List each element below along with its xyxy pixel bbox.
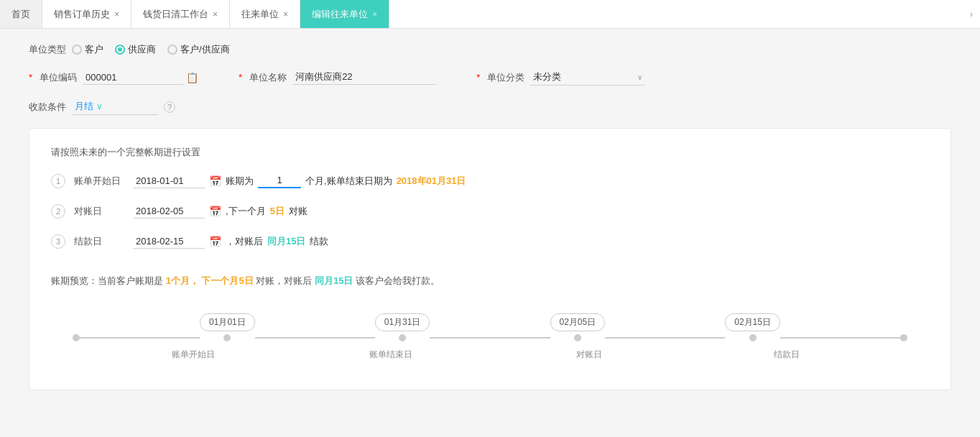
step-1-date-input[interactable] (133, 174, 205, 188)
preview-label: 账期预览：当前客户账期是 (51, 275, 163, 286)
close-icon[interactable]: × (114, 9, 119, 19)
step-2-date-input[interactable] (133, 204, 205, 218)
step-3-num: 3 (51, 234, 65, 249)
months-input[interactable] (258, 173, 301, 188)
radio-customer-supplier[interactable]: 客户/供应商 (167, 43, 230, 56)
preview-section: 账期预览：当前客户账期是 1个月， 下一个月5日 对账，对账后 同月15日 该客… (51, 263, 929, 299)
step-2-suffix2: 对账 (289, 205, 308, 218)
unit-type-label: 单位类型 (29, 43, 66, 56)
payment-terms-label: 收款条件 (29, 101, 66, 114)
step-3-suffix: ，对账后 (226, 235, 263, 248)
payment-terms-dropdown[interactable]: 月结 ∨ (72, 98, 158, 115)
tl-seg-4 (605, 337, 725, 339)
tl-seg-1 (80, 337, 200, 339)
timeline-labels: 账单开始日 账单结束日 对账日 结款日 (73, 346, 907, 361)
tl-bubble-2: 01月31日 (375, 313, 430, 331)
step-3-value: 📅 ，对账后 同月15日 结款 (133, 234, 328, 249)
step-1-end-date: 2018年01月31日 (397, 175, 466, 188)
step-3-day-highlight: 同月15日 (267, 235, 305, 248)
chevron-right-icon: › (970, 9, 973, 19)
unit-code-label: 单位编码 (40, 71, 77, 84)
required-star-classify: * (476, 72, 480, 83)
close-icon[interactable]: × (283, 9, 288, 19)
step-2-suffix: ,下一个月 (226, 205, 266, 218)
step-1-suffix-before: 账期为 (226, 175, 254, 188)
preview-part4: 同月15日 (315, 275, 353, 286)
tl-seg-2 (255, 337, 375, 339)
timeline-track: 01月01日 01月31日 02月05日 (73, 313, 907, 341)
preview-part1: 1个月， (166, 275, 199, 286)
step-3-row: 3 结款日 📅 ，对账后 同月15日 结款 (51, 234, 929, 249)
preview-part2: 下一个月5日 (201, 275, 253, 286)
tl-bubble-3: 02月05日 (550, 313, 606, 331)
settings-card: 请按照未来的一个完整帐期进行设置 1 账单开始日 📅 账期为 个月,账单结束日期… (29, 128, 951, 390)
copy-icon[interactable]: 📋 (186, 72, 198, 83)
step-3-calendar-icon[interactable]: 📅 (209, 236, 221, 247)
help-icon[interactable]: ? (164, 101, 175, 113)
preview-part3: 对账，对账后 (256, 275, 312, 286)
tl-node-4: 02月15日 (725, 313, 780, 341)
preview-part5: 该客户会给我打款。 (356, 275, 440, 286)
tl-bubble-4: 02月15日 (725, 313, 780, 331)
tab-counterparty[interactable]: 往来单位 × (230, 0, 300, 28)
tab-cash-work[interactable]: 钱货日清工作台 × (131, 0, 230, 28)
radio-supplier[interactable]: 供应商 (115, 43, 156, 56)
tab-more-button[interactable]: › (963, 0, 980, 28)
tl-node-3: 02月05日 (550, 313, 606, 341)
tab-edit-counterparty[interactable]: 编辑往来单位 × (300, 0, 389, 28)
step-1-row: 1 账单开始日 📅 账期为 个月,账单结束日期为 2018年01月31日 (51, 173, 929, 188)
step-2-value: 📅 ,下一个月 5日 对账 (133, 204, 308, 218)
tl-seg-3 (430, 337, 550, 339)
step-2-calendar-icon[interactable]: 📅 (209, 206, 221, 217)
chevron-down-icon: ∨ (637, 73, 642, 81)
tl-node-2: 01月31日 (375, 313, 430, 341)
step-3-suffix2: 结款 (310, 235, 328, 248)
unit-classify-dropdown[interactable]: 未分类 ∨ (530, 69, 645, 86)
tl-start-dot (73, 334, 80, 341)
tab-bar: 首页 销售订单历史 × 钱货日清工作台 × 往来单位 × 编辑往来单位 × › (0, 0, 980, 29)
payment-terms-row: 收款条件 月结 ∨ ? (29, 98, 951, 115)
unit-classify-label: 单位分类 (487, 71, 524, 84)
unit-type-radio-group: 客户 供应商 客户/供应商 (72, 43, 230, 56)
unit-name-field (292, 70, 436, 85)
radio-circle-customer (72, 45, 82, 55)
radio-circle-customer-supplier (167, 45, 177, 55)
radio-customer-supplier-label: 客户/供应商 (180, 43, 230, 56)
step-1-label: 账单开始日 (74, 175, 124, 188)
unit-type-row: 单位类型 客户 供应商 客户/供应商 (29, 43, 951, 56)
unit-code-input[interactable] (83, 70, 183, 85)
step-2-row: 2 对账日 📅 ,下一个月 5日 对账 (51, 204, 929, 218)
step-1-calendar-icon[interactable]: 📅 (209, 175, 221, 187)
radio-customer-label: 客户 (85, 43, 103, 56)
unit-name-label: 单位名称 (249, 71, 287, 84)
main-content: 单位类型 客户 供应商 客户/供应商 * 单位编码 📋 * 单位名称 (0, 29, 980, 437)
tl-node-1: 01月01日 (200, 313, 255, 341)
tl-end-dot (900, 334, 907, 341)
card-instruction: 请按照未来的一个完整帐期进行设置 (51, 146, 929, 159)
step-2-label: 对账日 (74, 205, 124, 218)
unit-classify-value: 未分类 (533, 70, 561, 83)
radio-circle-supplier (115, 45, 125, 55)
tl-label-3: 对账日 (490, 349, 688, 361)
timeline-section: 01月01日 01月31日 02月05日 (51, 299, 929, 372)
tab-home[interactable]: 首页 (0, 0, 42, 28)
tab-sales-order-history[interactable]: 销售订单历史 × (42, 0, 131, 28)
step-1-value: 📅 账期为 个月,账单结束日期为 2018年01月31日 (133, 173, 466, 188)
step-3-date-input[interactable] (133, 234, 205, 249)
tl-label-1: 账单开始日 (94, 349, 292, 361)
radio-customer[interactable]: 客户 (72, 43, 103, 56)
radio-supplier-label: 供应商 (128, 43, 156, 56)
tl-seg-5 (780, 337, 900, 339)
step-3-label: 结款日 (74, 235, 124, 248)
unit-code-field: 📋 (83, 70, 198, 85)
unit-info-row: * 单位编码 📋 * 单位名称 * 单位分类 未分类 ∨ (29, 69, 951, 86)
close-icon[interactable]: × (372, 9, 377, 19)
dropdown-arrow-icon: ∨ (96, 101, 103, 111)
unit-name-input[interactable] (292, 70, 436, 85)
required-star-name: * (239, 72, 242, 83)
step-1-suffix-after: 个月,账单结束日期为 (305, 175, 392, 188)
required-star-code: * (29, 72, 32, 83)
payment-terms-value: 月结 (75, 100, 93, 113)
close-icon[interactable]: × (213, 9, 218, 19)
step-1-num: 1 (51, 174, 65, 188)
